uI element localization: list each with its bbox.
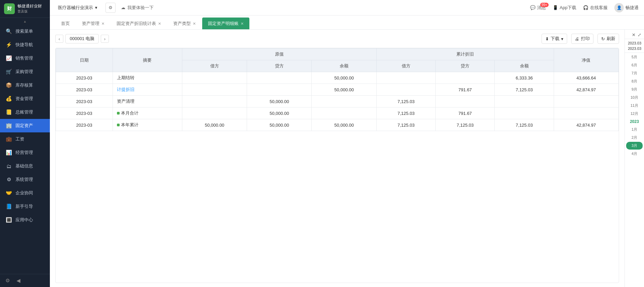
system-icon: ⚙ — [5, 177, 12, 183]
sidebar-item-sales[interactable]: 📈 销售管理 — [0, 52, 50, 65]
next-asset-button[interactable]: › — [101, 35, 109, 43]
cell-orig-credit — [247, 72, 312, 84]
col-original-value: 原值 — [182, 49, 377, 60]
timeline-item-1月[interactable]: 1月 — [626, 126, 643, 133]
table-row: 2023-03 资产清理 50,000.00 7,125.03 — [56, 96, 619, 107]
timeline-item-2023[interactable]: 2023 — [626, 118, 643, 125]
col-original-balance: 余额 — [312, 60, 376, 72]
sidebar-item-label-fixed-assets: 固定资产 — [16, 123, 33, 129]
cell-acc-debit — [376, 72, 435, 84]
col-accumulated-depreciation: 累计折旧 — [376, 49, 554, 60]
expand-panel-button[interactable]: ⤢ — [638, 32, 641, 37]
timeline-item-10月[interactable]: 10月 — [626, 94, 643, 101]
sidebar-item-operation[interactable]: 📊 经营管理 — [0, 146, 50, 159]
sidebar-item-quick-nav[interactable]: ⚡ 快捷导航 — [0, 38, 50, 52]
refresh-icon: ↻ — [601, 36, 605, 41]
company-name: 医疗器械行业演示 — [58, 5, 93, 11]
sidebar-item-system[interactable]: ⚙ 系统管理 — [0, 173, 50, 186]
sidebar-item-payroll[interactable]: 💼 工资 — [0, 132, 50, 146]
cell-acc-balance — [495, 107, 554, 119]
cell-orig-balance: 50,000.00 — [312, 84, 376, 96]
sidebar-item-app-center[interactable]: 🔳 应用中心 — [0, 213, 50, 227]
asset-code-box: 000001 电脑 — [65, 34, 99, 43]
timeline-item-12月[interactable]: 12月 — [626, 110, 643, 118]
sidebar-item-label-operation: 经营管理 — [16, 150, 33, 156]
sidebar-item-label-quick-nav: 快捷导航 — [16, 42, 33, 48]
tab-close-asset-detail[interactable]: ✕ — [241, 22, 244, 26]
sidebar-item-label-app-center: 应用中心 — [16, 217, 33, 223]
close-panel-button[interactable]: ✕ — [632, 32, 636, 37]
customer-service-label: 在线客服 — [590, 5, 608, 11]
sidebar-item-cooperation[interactable]: 🤝 企业协同 — [0, 186, 50, 200]
cell-orig-credit: 50,000.00 — [247, 107, 312, 119]
timeline-item-8月[interactable]: 8月 — [626, 77, 643, 85]
timeline-item-11月[interactable]: 11月 — [626, 102, 643, 109]
cell-net-value: 43,666.64 — [554, 72, 618, 84]
sidebar-scroll-up[interactable]: ▲ — [0, 18, 50, 25]
cell-acc-debit: 7,125.03 — [376, 119, 435, 131]
timeline-top-row-2: 2023.03 — [626, 46, 643, 51]
timeline-item-2月[interactable]: 2月 — [626, 134, 643, 141]
sidebar-nav: 🔍 搜索菜单 ⚡ 快捷导航 📈 销售管理 🛒 采购管理 📦 库存核算 💰 资金管… — [0, 25, 50, 274]
table-row: 2023-03 本月合计 50,000.00 7,125.03 791.67 — [56, 107, 619, 119]
tab-depreciation-stats[interactable]: 固定资产折旧统计表✕ — [111, 18, 167, 29]
timeline-item-3月[interactable]: 3月 — [626, 142, 643, 150]
tab-close-asset-management[interactable]: ✕ — [101, 22, 104, 26]
ledger-icon: 📒 — [5, 109, 12, 115]
tab-close-asset-type[interactable]: ✕ — [193, 22, 196, 26]
tab-asset-type[interactable]: 资产类型✕ — [167, 18, 202, 29]
tab-asset-management[interactable]: 资产管理✕ — [76, 18, 110, 29]
table-row: 2023-03 本年累计 50,000.00 50,000.00 50,000.… — [56, 119, 619, 131]
quick-nav-icon: ⚡ — [5, 42, 12, 48]
sidebar-item-search[interactable]: 🔍 搜索菜单 — [0, 25, 50, 38]
tab-asset-detail[interactable]: 固定资产明细账✕ — [202, 18, 249, 29]
sidebar-item-guide[interactable]: 📘 新手引导 — [0, 200, 50, 213]
timeline-item-9月[interactable]: 9月 — [626, 86, 643, 93]
experience-button[interactable]: ☁ 我要体验一下 — [121, 5, 154, 11]
experience-label: 我要体验一下 — [127, 5, 154, 11]
sidebar-item-inventory[interactable]: 📦 库存核算 — [0, 78, 50, 92]
logo-title: 畅捷通好业财 — [18, 4, 42, 9]
sidebar-item-purchase[interactable]: 🛒 采购管理 — [0, 65, 50, 78]
cell-acc-credit — [436, 96, 495, 107]
print-label: 打印 — [581, 36, 590, 42]
asset-nav-row: ‹ 000001 电脑 › ⬇ 下载 ▾ 🖨 打印 ↻ — [55, 34, 619, 44]
page-area: ‹ 000001 电脑 › ⬇ 下载 ▾ 🖨 打印 ↻ — [50, 30, 644, 287]
company-settings-button[interactable]: ⚙ — [105, 3, 116, 13]
print-button[interactable]: 🖨 打印 — [571, 34, 593, 44]
prev-asset-button[interactable]: ‹ — [55, 35, 63, 43]
refresh-label: 刷新 — [607, 36, 615, 42]
sidebar-item-ledger[interactable]: 📒 总账管理 — [0, 105, 50, 119]
company-selector[interactable]: 医疗器械行业演示 ▾ — [55, 3, 100, 12]
cell-acc-debit: 7,125.03 — [376, 96, 435, 107]
download-icon: ⬇ — [545, 36, 549, 41]
table-row: 2023-03 计提折旧 50,000.00 791.67 7,125.03 4… — [56, 84, 619, 96]
main-content: 医疗器械行业演示 ▾ ⚙ ☁ 我要体验一下 💬 消息 99+ 📱 App下载 🎧… — [50, 0, 644, 287]
tab-home[interactable]: 首页 — [55, 18, 75, 29]
sidebar: 财 畅捷通好业财 普及版 ▲ 🔍 搜索菜单 ⚡ 快捷导航 📈 销售管理 🛒 采购… — [0, 0, 50, 287]
settings-icon[interactable]: ⚙ — [5, 278, 10, 284]
content-panel: ‹ 000001 电脑 › ⬇ 下载 ▾ 🖨 打印 ↻ — [50, 30, 624, 287]
asset-nav-left: ‹ 000001 电脑 › — [55, 34, 109, 43]
user-profile[interactable]: 👤 畅捷通 — [614, 3, 639, 12]
app-center-icon: 🔳 — [5, 217, 12, 223]
collapse-icon[interactable]: ◀ — [17, 278, 21, 284]
download-button[interactable]: ⬇ 下载 ▾ — [542, 34, 567, 44]
sidebar-item-basic-info[interactable]: 🗂 基础信息 — [0, 159, 50, 173]
messages-button[interactable]: 💬 消息 99+ — [530, 5, 546, 11]
timeline-item-6月[interactable]: 6月 — [626, 61, 643, 69]
sidebar-item-fixed-assets[interactable]: 🏢 固定资产 — [0, 119, 50, 132]
app-download-button[interactable]: 📱 App下载 — [553, 5, 576, 11]
customer-service-button[interactable]: 🎧 在线客服 — [583, 5, 608, 11]
sidebar-item-funds[interactable]: 💰 资金管理 — [0, 92, 50, 105]
timeline-top-row-1: 2023.03 — [626, 40, 643, 46]
cell-acc-balance: 7,125.03 — [495, 119, 554, 131]
refresh-button[interactable]: ↻ 刷新 — [597, 34, 619, 44]
inventory-icon: 📦 — [5, 82, 12, 88]
timeline-item-5月[interactable]: 5月 — [626, 53, 643, 61]
tab-close-depreciation-stats[interactable]: ✕ — [158, 22, 161, 26]
cell-summary: 本年累计 — [113, 119, 182, 131]
timeline-item-7月[interactable]: 7月 — [626, 69, 643, 77]
cell-acc-debit — [376, 84, 435, 96]
timeline-item-4月[interactable]: 4月 — [626, 150, 643, 158]
